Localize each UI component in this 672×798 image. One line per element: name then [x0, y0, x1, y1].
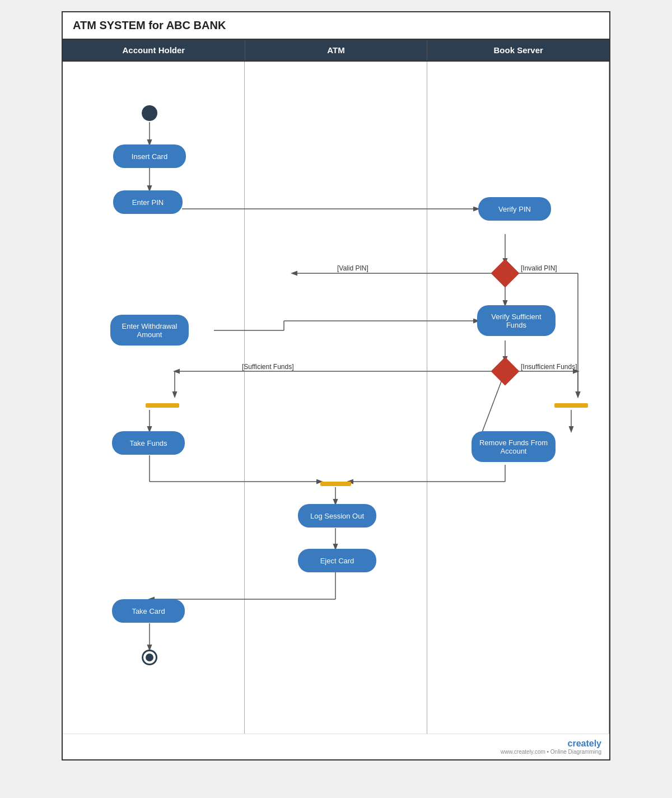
brand-sub: www.creately.com • Online Diagramming: [71, 749, 601, 755]
swimlane-header: Account Holder ATM Book Server: [63, 40, 609, 62]
node-eject-card: Eject Card: [298, 549, 376, 572]
node-log-session: Log Session Out: [298, 504, 376, 528]
sync-bar-right: [554, 403, 588, 408]
brand-name: creately: [71, 739, 601, 749]
diagram-title: ATM SYSTEM for ABC BANK: [63, 12, 609, 40]
node-remove-funds: Remove Funds From Account: [472, 431, 556, 462]
end-node-inner: [146, 654, 153, 661]
end-node: [142, 650, 157, 665]
diagram-container: ATM SYSTEM for ABC BANK Account Holder A…: [62, 11, 610, 760]
node-enter-pin: Enter PIN: [113, 190, 183, 214]
label-valid-pin: [Valid PIN]: [337, 264, 368, 272]
lane-atm: [245, 62, 427, 734]
label-invalid-pin: [Invalid PIN]: [521, 264, 557, 272]
lane-header-book: Book Server: [427, 40, 609, 60]
label-sufficient-funds: [Sufficient Funds]: [242, 363, 294, 371]
node-take-card: Take Card: [112, 599, 185, 623]
node-take-funds: Take Funds: [112, 431, 185, 455]
node-verify-funds: Verify Sufficient Funds: [477, 305, 556, 336]
lane-header-account: Account Holder: [63, 40, 245, 60]
node-verify-pin: Verify PIN: [478, 197, 551, 221]
swimlane-body: Insert Card Enter PIN Enter Withdrawal A…: [63, 62, 609, 734]
footer: creately www.creately.com • Online Diagr…: [63, 734, 609, 759]
node-enter-withdrawal: Enter Withdrawal Amount: [110, 315, 189, 346]
label-insufficient-funds: [Insufficient Funds]: [521, 363, 577, 371]
sync-bar-atm: [320, 482, 351, 486]
sync-bar-left: [146, 403, 179, 408]
start-node: [142, 105, 157, 121]
lane-book: [427, 62, 609, 734]
node-insert-card: Insert Card: [113, 144, 186, 168]
lane-header-atm: ATM: [245, 40, 428, 60]
